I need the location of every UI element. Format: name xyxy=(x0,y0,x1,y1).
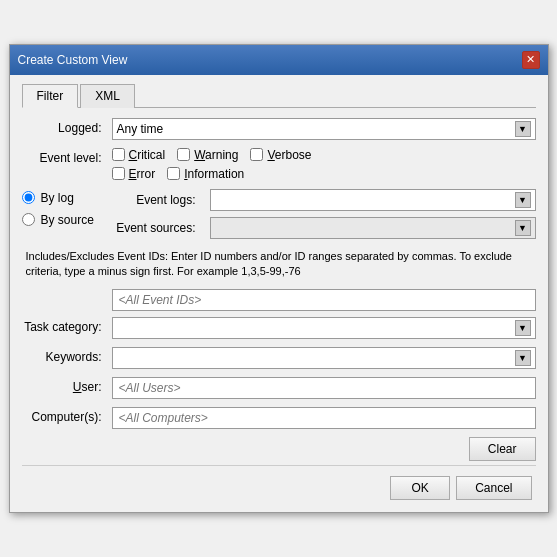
close-button[interactable]: ✕ xyxy=(522,51,540,69)
clear-button[interactable]: Clear xyxy=(469,437,536,461)
logged-row: Logged: Any time ▼ xyxy=(22,118,536,140)
checkbox-error[interactable]: Error xyxy=(112,167,156,181)
task-category-arrow: ▼ xyxy=(515,320,531,336)
tab-xml[interactable]: XML xyxy=(80,84,135,108)
keywords-row: Keywords: ▼ xyxy=(22,347,536,369)
logged-value: Any time xyxy=(117,122,164,136)
computer-row: Computer(s): xyxy=(22,407,536,429)
user-label: User: xyxy=(22,377,112,394)
log-source-fields: Event logs: ▼ Event sources: ▼ xyxy=(112,189,536,239)
user-row: User: xyxy=(22,377,536,399)
event-logs-arrow: ▼ xyxy=(515,192,531,208)
radio-col: By log By source xyxy=(22,189,112,239)
user-input[interactable] xyxy=(112,377,536,399)
warning-label: Warning xyxy=(194,148,238,162)
ok-button[interactable]: OK xyxy=(390,476,450,500)
by-source-label: By source xyxy=(41,213,94,227)
separator xyxy=(22,465,536,466)
event-sources-row: Event sources: ▼ xyxy=(112,217,536,239)
checkbox-warning[interactable]: Warning xyxy=(177,148,238,162)
create-custom-view-dialog: Create Custom View ✕ Filter XML Logged: … xyxy=(9,44,549,514)
event-logs-control: ▼ xyxy=(210,189,536,211)
event-ids-section xyxy=(112,289,536,311)
logged-dropdown-arrow: ▼ xyxy=(515,121,531,137)
bottom-buttons: OK Cancel xyxy=(22,476,536,500)
event-sources-control: ▼ xyxy=(210,217,536,239)
title-bar: Create Custom View ✕ xyxy=(10,45,548,75)
dialog-content: Filter XML Logged: Any time ▼ Event leve… xyxy=(10,75,548,513)
checkboxes-row1: Critical Warning Verbose xyxy=(112,148,536,162)
information-label: Information xyxy=(184,167,244,181)
keywords-dropdown[interactable]: ▼ xyxy=(112,347,536,369)
computer-input[interactable] xyxy=(112,407,536,429)
verbose-label: Verbose xyxy=(267,148,311,162)
task-category-control: ▼ xyxy=(112,317,536,339)
event-level-label: Event level: xyxy=(22,148,112,165)
by-log-label: By log xyxy=(41,191,74,205)
logged-control: Any time ▼ xyxy=(112,118,536,140)
tab-filter[interactable]: Filter xyxy=(22,84,79,108)
cancel-button[interactable]: Cancel xyxy=(456,476,531,500)
error-label: Error xyxy=(129,167,156,181)
information-checkbox[interactable] xyxy=(167,167,180,180)
checkbox-verbose[interactable]: Verbose xyxy=(250,148,311,162)
event-sources-arrow: ▼ xyxy=(515,220,531,236)
event-logs-dropdown[interactable]: ▼ xyxy=(210,189,536,211)
logged-dropdown[interactable]: Any time ▼ xyxy=(112,118,536,140)
event-sources-dropdown[interactable]: ▼ xyxy=(210,217,536,239)
log-source-section: By log By source Event logs: ▼ xyxy=(22,189,536,239)
task-category-dropdown[interactable]: ▼ xyxy=(112,317,536,339)
warning-checkbox[interactable] xyxy=(177,148,190,161)
by-source-radio[interactable] xyxy=(22,213,35,226)
checkboxes-row2: Error Information xyxy=(112,167,536,181)
clear-section: Clear xyxy=(22,437,536,461)
dialog-title: Create Custom View xyxy=(18,53,128,67)
critical-label: Critical xyxy=(129,148,166,162)
task-category-label: Task category: xyxy=(22,317,112,334)
user-control xyxy=(112,377,536,399)
event-level-checkboxes: Critical Warning Verbose Error xyxy=(112,148,536,181)
keywords-label: Keywords: xyxy=(22,347,112,364)
by-log-radio[interactable] xyxy=(22,191,35,204)
task-category-row: Task category: ▼ xyxy=(22,317,536,339)
event-level-row: Event level: Critical Warning Verbose xyxy=(22,148,536,181)
event-ids-input[interactable] xyxy=(112,289,536,311)
verbose-checkbox[interactable] xyxy=(250,148,263,161)
event-logs-label: Event logs: xyxy=(112,193,202,207)
event-logs-row: Event logs: ▼ xyxy=(112,189,536,211)
description-text: Includes/Excludes Event IDs: Enter ID nu… xyxy=(22,247,536,282)
error-checkbox[interactable] xyxy=(112,167,125,180)
tabs-bar: Filter XML xyxy=(22,83,536,108)
event-sources-label: Event sources: xyxy=(112,221,202,235)
radio-by-log[interactable]: By log xyxy=(22,191,112,205)
logged-label: Logged: xyxy=(22,118,112,135)
checkbox-critical[interactable]: Critical xyxy=(112,148,166,162)
keywords-arrow: ▼ xyxy=(515,350,531,366)
computer-label: Computer(s): xyxy=(22,407,112,424)
keywords-control: ▼ xyxy=(112,347,536,369)
critical-checkbox[interactable] xyxy=(112,148,125,161)
checkbox-information[interactable]: Information xyxy=(167,167,244,181)
radio-by-source[interactable]: By source xyxy=(22,213,112,227)
computer-control xyxy=(112,407,536,429)
